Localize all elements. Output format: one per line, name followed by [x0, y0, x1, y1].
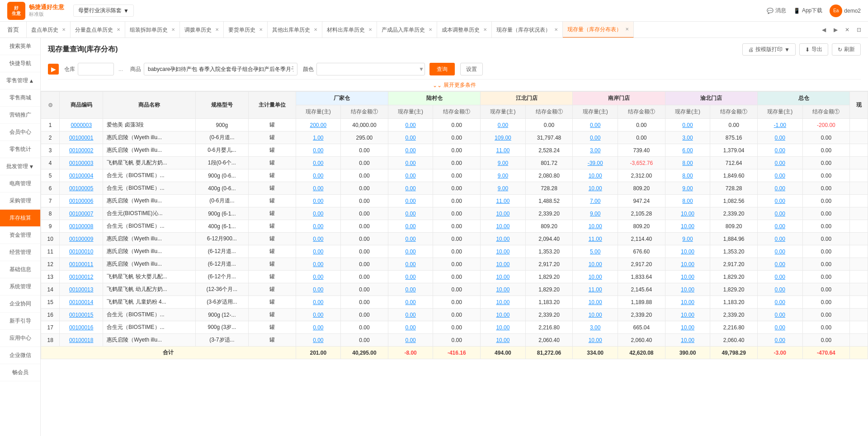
user-avatar-area[interactable]: Ea demo2: [830, 5, 861, 17]
sidebar-item-wechat[interactable]: 企业微信: [0, 347, 40, 364]
expand-more-btn[interactable]: ⌄⌄ 展开更多条件: [433, 81, 476, 89]
tab-panding[interactable]: 盘点单历史 ✕: [27, 22, 71, 38]
cell-zc-amt: 0.00: [802, 321, 850, 334]
cell-code: 00100011: [60, 258, 103, 271]
tab-close-icon[interactable]: ✕: [215, 22, 219, 38]
th-gear[interactable]: ⚙: [41, 92, 60, 119]
warehouse-label: 仓库: [64, 66, 75, 73]
cell-jb-amt: 1,829.20: [525, 283, 573, 296]
summary-jb-qty: 494.00: [481, 347, 525, 359]
sidebar-item-member[interactable]: 会员中心: [0, 124, 40, 141]
cell-jb-qty: 10.00: [481, 220, 525, 233]
cell-jb-qty: 10.00: [481, 334, 525, 347]
cell-yb-qty: 9.00: [665, 233, 710, 245]
query-btn[interactable]: 查询: [429, 63, 455, 75]
cell-spec: 900g: [195, 119, 248, 131]
cell-no: 18: [41, 334, 60, 347]
tab-cbtz[interactable]: 成本调整单历史 ✕: [437, 22, 492, 38]
cell-fc-amt: 40,000.00: [341, 119, 388, 131]
tab-fpanding[interactable]: 分量盘点单历史 ✕: [71, 22, 125, 38]
cell-spec: 1段(0-6个...: [195, 157, 248, 169]
tab-zuzhuang[interactable]: 组装拆卸单历史 ✕: [125, 22, 180, 38]
sidebar-item-search[interactable]: 搜索英单: [0, 38, 40, 55]
refresh-btn[interactable]: ↻ 刷新: [832, 43, 861, 56]
cell-code: 00100009: [60, 233, 103, 245]
message-btn[interactable]: 💬 消息: [767, 7, 786, 14]
cell-code: 00100001: [60, 131, 103, 144]
cell-current: [850, 220, 868, 233]
warehouse-input[interactable]: [78, 63, 114, 75]
warehouse-ellipsis[interactable]: ...: [117, 66, 125, 72]
cell-no: 4: [41, 157, 60, 169]
cell-fc-qty: 0.00: [296, 233, 340, 245]
cell-fc-qty: 0.00: [296, 207, 340, 220]
tab-close-icon[interactable]: ✕: [117, 22, 120, 38]
tab-expand-btn[interactable]: ⊡: [854, 24, 864, 35]
cell-lc-qty: 0.00: [388, 334, 433, 347]
tab-close-icon[interactable]: ✕: [483, 22, 487, 38]
sidebar-item-system[interactable]: 系统管理: [0, 278, 40, 295]
sidebar-item-retail-mgmt[interactable]: 零售管理 ▲: [0, 72, 40, 89]
tab-prev-btn[interactable]: ◀: [818, 24, 829, 35]
app-download-btn[interactable]: 📱 App下载: [793, 7, 822, 14]
color-label: 颜色: [303, 66, 314, 73]
tab-home[interactable]: 首页: [0, 22, 27, 38]
tab-next-btn[interactable]: ▶: [830, 24, 841, 35]
tab-xcl-status[interactable]: 现存量（库存状况表） ✕: [492, 22, 563, 38]
table-row: 14 00100013 飞鹤星飞帆 幼儿配方奶... (12-36个月... 罐…: [41, 283, 868, 296]
cell-code: 00100018: [60, 334, 103, 347]
tab-close-icon[interactable]: ✕: [429, 22, 432, 38]
tab-close-icon[interactable]: ✕: [62, 22, 66, 38]
sidebar-item-ops[interactable]: 经营管理: [0, 244, 40, 261]
sidebar-item-member2[interactable]: 畅会员: [0, 364, 40, 381]
cell-zc-qty: 0.00: [758, 309, 802, 321]
tab-yaohuo[interactable]: 要货单历史 ✕: [224, 22, 268, 38]
sidebar-item-inventory[interactable]: 库存核算: [0, 210, 40, 227]
sidebar-item-guide[interactable]: 新手引导: [0, 313, 40, 330]
cell-yb-qty: 10.00: [665, 220, 710, 233]
sidebar-item-nav[interactable]: 快捷导航: [0, 55, 40, 72]
tab-close-icon[interactable]: ✕: [554, 22, 558, 38]
sidebar-item-collab[interactable]: 企业协同: [0, 295, 40, 313]
sidebar-item-basic[interactable]: 基础信息: [0, 261, 40, 278]
cell-zc-amt: 0.00: [802, 271, 850, 283]
cell-zc-qty: 0.00: [758, 207, 802, 220]
industry-selector[interactable]: 母婴行业演示陈套 ▼: [73, 5, 134, 17]
tab-close-icon[interactable]: ✕: [171, 22, 175, 38]
tab-ccrk[interactable]: 产成品入库单历史 ✕: [377, 22, 437, 38]
sidebar-item-retail-mall[interactable]: 零售商城: [0, 89, 40, 107]
cell-no: 13: [41, 271, 60, 283]
goods-input[interactable]: [144, 63, 297, 75]
tab-xcl-dist[interactable]: 现存量（库存分布表） ✕: [563, 22, 634, 38]
print-btn[interactable]: 🖨 按模版打印 ▼: [742, 43, 796, 56]
tab-close-icon[interactable]: ✕: [625, 22, 629, 38]
cell-na-qty: 10.00: [573, 169, 618, 182]
filter-expand-btn[interactable]: ▶: [48, 64, 59, 75]
sidebar-item-marketing[interactable]: 营销推广: [0, 107, 40, 124]
tab-close-icon[interactable]: ✕: [368, 22, 372, 38]
cell-yb-amt: 1,829.20: [710, 271, 758, 283]
th-total: 总仓: [758, 92, 850, 105]
cell-name: 惠氏启陵（Wyeth illu...: [103, 258, 196, 271]
tab-qtck[interactable]: 其他出库单历史 ✕: [268, 22, 322, 38]
sidebar-item-purchase[interactable]: 采购管理: [0, 192, 40, 210]
sidebar-item-retail-stats[interactable]: 零售统计: [0, 141, 40, 158]
cell-unit: 罐: [248, 131, 296, 144]
setting-btn[interactable]: 设置: [460, 63, 483, 75]
sidebar-item-finance[interactable]: 资金管理: [0, 227, 40, 244]
color-input[interactable]: [316, 63, 425, 75]
cell-lc-qty: 0.00: [388, 283, 433, 296]
tab-diaob[interactable]: 调拨单历史 ✕: [180, 22, 224, 38]
tab-clck[interactable]: 材料出库单历史 ✕: [322, 22, 377, 38]
sidebar-item-ecom[interactable]: 电商管理: [0, 175, 40, 192]
cell-yb-amt: 1,183.20: [710, 296, 758, 309]
tab-close-all-btn[interactable]: ✕: [842, 24, 853, 35]
tab-close-icon[interactable]: ✕: [314, 22, 317, 38]
cell-jb-amt: 1,353.20: [525, 245, 573, 258]
export-btn[interactable]: ⬇ 导出: [799, 43, 828, 56]
tab-close-icon[interactable]: ✕: [259, 22, 263, 38]
cell-jb-qty: 10.00: [481, 309, 525, 321]
cell-current: [850, 169, 868, 182]
sidebar-item-wholesale[interactable]: 批发管理 ▼: [0, 158, 40, 175]
sidebar-item-apps[interactable]: 应用中心: [0, 330, 40, 347]
